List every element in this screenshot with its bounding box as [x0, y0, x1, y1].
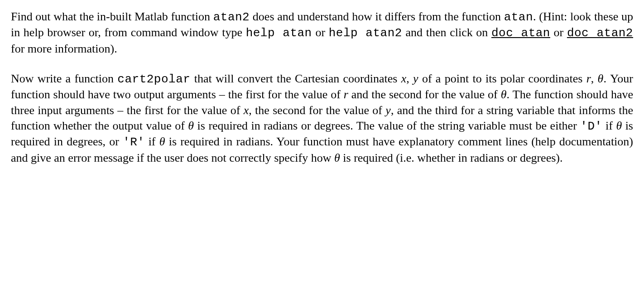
- code-string-r: 'R': [123, 135, 144, 149]
- text: is required in radians or degrees. The v…: [194, 119, 580, 132]
- paragraph-2: Now write a function cart2polar that wil…: [11, 71, 633, 166]
- text: Find out what the in-built Matlab functi…: [11, 10, 213, 23]
- var-x: x: [244, 104, 249, 117]
- var-y: y: [385, 104, 391, 117]
- text: , the second for the value of: [249, 104, 385, 117]
- var-theta: θ: [616, 119, 622, 132]
- text: ,: [406, 72, 413, 85]
- text: for more information).: [11, 42, 117, 55]
- text: if: [602, 119, 616, 132]
- paragraph-1: Find out what the in-built Matlab functi…: [11, 9, 633, 57]
- text: of a point to its polar coordinates: [418, 72, 586, 85]
- code-string-d: 'D': [580, 120, 602, 133]
- var-theta: θ: [501, 88, 507, 101]
- text: that will convert the Cartesian coordina…: [190, 72, 401, 85]
- code-atan2: atan2: [213, 10, 250, 24]
- text: or: [550, 26, 567, 39]
- var-theta: θ: [334, 151, 340, 164]
- text: does and understand how it differs from …: [250, 10, 504, 23]
- text: or: [312, 26, 329, 39]
- text: and the second for the value of: [348, 88, 501, 101]
- code-help-atan: help atan: [246, 26, 312, 40]
- code-cart2polar: cart2polar: [117, 72, 190, 86]
- text: and then click on: [402, 26, 491, 39]
- var-y: y: [413, 72, 418, 85]
- text: is required (i.e. whether in radians or …: [340, 151, 563, 164]
- var-theta: θ: [159, 135, 165, 148]
- var-x: x: [401, 72, 407, 85]
- link-doc-atan2[interactable]: doc atan2: [567, 26, 633, 40]
- var-theta: θ: [598, 72, 604, 85]
- code-help-atan2: help atan2: [329, 26, 402, 40]
- var-theta: θ: [188, 119, 194, 132]
- text: Now write a function: [11, 72, 117, 85]
- var-r: r: [344, 88, 348, 101]
- link-doc-atan[interactable]: doc atan: [491, 26, 550, 40]
- text: ,: [591, 72, 598, 85]
- var-r: r: [586, 72, 591, 85]
- code-atan: atan: [504, 10, 533, 24]
- text: if: [144, 135, 159, 148]
